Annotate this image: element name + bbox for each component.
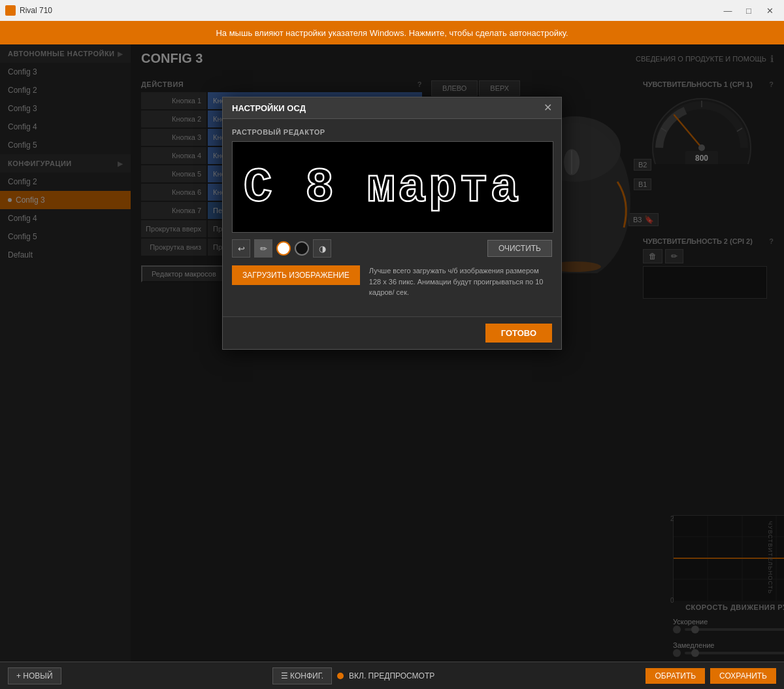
color-white-button[interactable] bbox=[276, 241, 291, 256]
modal-overlay: НАСТРОЙКИ ОСД ✕ РАСТРОВЫЙ РЕДАКТОР ↩ ✏ bbox=[0, 44, 784, 662]
banner-text: На мышь влияют настройки указателя Windo… bbox=[216, 28, 568, 38]
color-black-button[interactable] bbox=[295, 241, 309, 256]
upload-row: ЗАГРУЗИТЬ ИЗОБРАЖЕНИЕ Лучше всего загруж… bbox=[232, 265, 552, 298]
raster-editor-label: РАСТРОВЫЙ РЕДАКТОР bbox=[232, 128, 552, 136]
modal-footer: ГОТОВО bbox=[223, 316, 561, 349]
modal-title: НАСТРОЙКИ ОСД bbox=[232, 103, 306, 113]
window-title-area: Rival 710 bbox=[5, 5, 52, 16]
canvas-area[interactable] bbox=[232, 141, 553, 233]
pencil-button[interactable]: ✏ bbox=[254, 239, 272, 258]
clear-button[interactable]: ОЧИСТИТЬ bbox=[487, 240, 552, 257]
modal-close-button[interactable]: ✕ bbox=[544, 103, 552, 113]
upload-image-button[interactable]: ЗАГРУЗИТЬ ИЗОБРАЖЕНИЕ bbox=[232, 265, 360, 285]
modal-header: НАСТРОЙКИ ОСД ✕ bbox=[223, 97, 561, 119]
bottombar: + НОВЫЙ ☰ КОНФИГ. ВКЛ. ПРЕДПРОСМОТР ОБРА… bbox=[0, 662, 784, 689]
warning-banner[interactable]: На мышь влияют настройки указателя Windo… bbox=[0, 21, 784, 44]
osd-modal: НАСТРОЙКИ ОСД ✕ РАСТРОВЫЙ РЕДАКТОР ↩ ✏ bbox=[222, 97, 562, 350]
titlebar: Rival 710 — □ ✕ bbox=[0, 0, 784, 21]
invert-button[interactable]: ◑ bbox=[313, 239, 331, 258]
window-controls: — □ ✕ bbox=[719, 4, 779, 17]
close-button[interactable]: ✕ bbox=[760, 4, 779, 17]
done-button[interactable]: ГОТОВО bbox=[485, 324, 552, 343]
invert-icon: ◑ bbox=[319, 244, 326, 254]
minimize-button[interactable]: — bbox=[719, 4, 737, 17]
maximize-button[interactable]: □ bbox=[740, 4, 758, 17]
preview-section: ВКЛ. ПРЕДПРОСМОТР bbox=[337, 671, 434, 681]
preview-dot-icon bbox=[337, 673, 344, 679]
new-button[interactable]: + НОВЫЙ bbox=[8, 667, 61, 684]
bottombar-right: ОБРАТИТЬ СОХРАНИТЬ bbox=[645, 668, 776, 684]
undo-icon: ↩ bbox=[238, 244, 245, 254]
app-icon bbox=[5, 5, 16, 16]
config-button[interactable]: ☰ КОНФИГ. bbox=[272, 667, 332, 684]
upload-hint: Лучше всего загружать ч/б изображения ра… bbox=[369, 265, 552, 298]
bottombar-left: + НОВЫЙ bbox=[8, 667, 61, 684]
undo-button[interactable]: ↩ bbox=[232, 239, 250, 258]
save-button[interactable]: СОХРАНИТЬ bbox=[710, 668, 776, 684]
preview-label: ВКЛ. ПРЕДПРОСМОТР bbox=[349, 671, 434, 681]
apply-button[interactable]: ОБРАТИТЬ bbox=[645, 668, 705, 684]
pencil-icon: ✏ bbox=[260, 244, 267, 254]
toolbar-left: ↩ ✏ ◑ bbox=[232, 239, 331, 258]
modal-body: РАСТРОВЫЙ РЕДАКТОР ↩ ✏ ◑ bbox=[223, 119, 561, 316]
toolbar-row: ↩ ✏ ◑ ОЧИСТИТЬ bbox=[232, 239, 552, 258]
pixel-canvas[interactable] bbox=[232, 142, 553, 232]
window-title: Rival 710 bbox=[20, 6, 52, 15]
